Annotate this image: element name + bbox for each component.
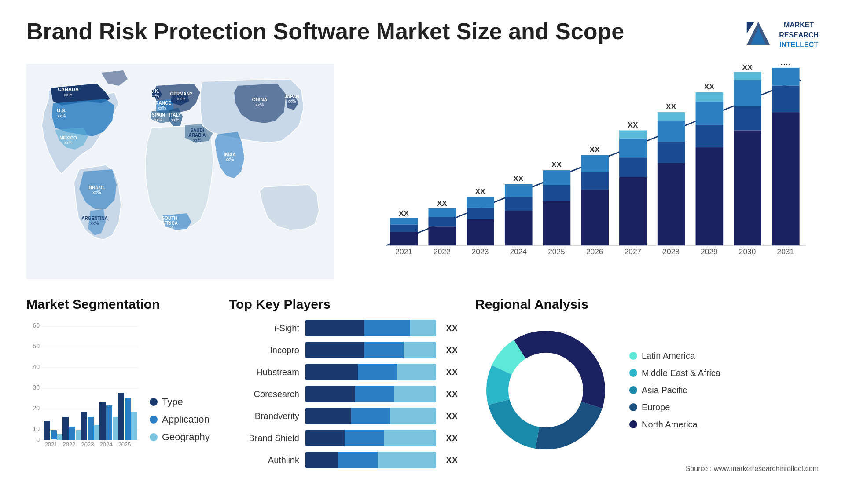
legend-mea-dot [629,369,637,377]
svg-rect-122 [94,425,100,440]
svg-rect-117 [69,427,75,440]
svg-rect-81 [696,125,724,147]
svg-text:2025: 2025 [548,247,565,256]
legend-geography: Geography [150,431,210,443]
page-container: Brand Risk Protection Software Market Si… [0,0,845,504]
bar-seg3 [384,430,436,446]
svg-text:FRANCE: FRANCE [153,101,171,106]
legend-ap-dot [629,386,637,394]
player-bar [305,430,436,446]
svg-text:XX: XX [742,64,753,72]
svg-text:SPAIN: SPAIN [152,113,165,117]
svg-text:xx%: xx% [256,102,264,107]
svg-text:CANADA: CANADA [58,87,79,92]
bar-seg1 [305,430,345,446]
svg-text:CHINA: CHINA [252,97,268,102]
legend-application: Application [150,414,210,425]
svg-text:xx%: xx% [226,157,234,162]
player-name: Brandverity [229,411,299,421]
legend-la-label: Latin America [642,351,695,361]
svg-text:2027: 2027 [625,247,642,256]
svg-text:2022: 2022 [63,441,76,448]
player-name: i-Sight [229,323,299,333]
player-row: Authlink XX [229,452,458,468]
svg-text:ARABIA: ARABIA [189,133,206,138]
svg-text:60: 60 [33,322,40,329]
svg-rect-88 [734,80,761,106]
svg-text:MEXICO: MEXICO [59,135,77,140]
svg-text:20: 20 [33,405,40,412]
svg-rect-121 [88,417,94,440]
svg-text:U.K.: U.K. [151,89,159,94]
svg-rect-44 [428,217,456,226]
svg-rect-94 [772,68,800,85]
segmentation-title: Market Segmentation [26,297,211,312]
svg-text:10: 10 [33,425,40,432]
bar-seg1 [305,342,364,358]
bar-seg2 [355,386,394,402]
player-bar [305,386,436,402]
segmentation-chart-area: 60 50 40 30 20 10 0 [26,320,211,452]
svg-rect-82 [696,102,724,125]
svg-rect-64 [581,172,609,190]
legend-application-label: Application [162,414,209,425]
bar-seg3 [404,342,436,358]
legend-mea-label: Middle East & Africa [642,368,720,378]
legend-asia-pacific: Asia Pacific [629,385,720,395]
player-value: XX [446,411,458,421]
svg-rect-124 [99,402,106,440]
svg-text:XX: XX [437,199,448,208]
svg-text:2024: 2024 [100,441,113,448]
svg-text:XX: XX [704,82,715,91]
svg-rect-89 [734,72,761,80]
svg-rect-112 [44,421,50,440]
svg-rect-93 [772,85,800,112]
svg-rect-69 [619,157,647,177]
svg-text:2022: 2022 [434,247,451,256]
svg-rect-59 [543,185,571,201]
player-value: XX [446,323,458,333]
svg-text:2025: 2025 [118,441,131,448]
svg-rect-60 [543,170,571,185]
svg-text:U.S.: U.S. [57,108,66,113]
legend-application-dot [150,416,158,424]
bottom-section: Market Segmentation 60 50 40 30 20 10 0 [26,297,819,473]
page-title: Brand Risk Protection Software Market Si… [26,18,624,45]
segmentation-section: Market Segmentation 60 50 40 30 20 10 0 [26,297,211,473]
player-row: Incopro XX [229,342,458,358]
player-name: Hubstream [229,367,299,377]
svg-rect-87 [734,106,761,131]
svg-text:40: 40 [33,363,40,370]
svg-rect-92 [772,112,800,246]
bar-seg2 [345,430,384,446]
regional-legend: Latin America Middle East & Africa Asia … [629,351,720,430]
player-row: Hubstream XX [229,364,458,380]
player-value: XX [446,345,458,355]
svg-text:ARGENTINA: ARGENTINA [81,216,107,221]
legend-geography-label: Geography [162,431,210,443]
player-value: XX [446,433,458,443]
svg-rect-40 [390,218,418,224]
svg-rect-58 [543,201,571,245]
svg-text:ITALY: ITALY [169,113,181,117]
player-row: Brandverity XX [229,408,458,424]
player-row: i-Sight XX [229,320,458,336]
bar-seg1 [305,364,358,380]
top-section: CANADA xx% U.S. xx% MEXICO xx% BRAZIL xx… [26,64,819,279]
svg-rect-70 [619,139,647,157]
players-chart: i-Sight XX Incopro XX [229,320,458,468]
legend-north-america: North America [629,420,720,430]
svg-rect-114 [57,434,63,440]
bar-seg2 [358,364,397,380]
svg-text:XX: XX [399,209,409,218]
bar-seg2 [351,408,390,424]
legend-ap-label: Asia Pacific [642,385,687,395]
svg-text:2028: 2028 [662,247,680,256]
svg-text:xx%: xx% [154,117,163,122]
svg-text:2031: 2031 [777,247,794,256]
svg-text:0: 0 [36,436,40,443]
svg-text:JAPAN: JAPAN [284,94,299,99]
bar-seg1 [305,452,338,468]
svg-point-138 [510,354,582,426]
svg-rect-50 [467,197,494,208]
